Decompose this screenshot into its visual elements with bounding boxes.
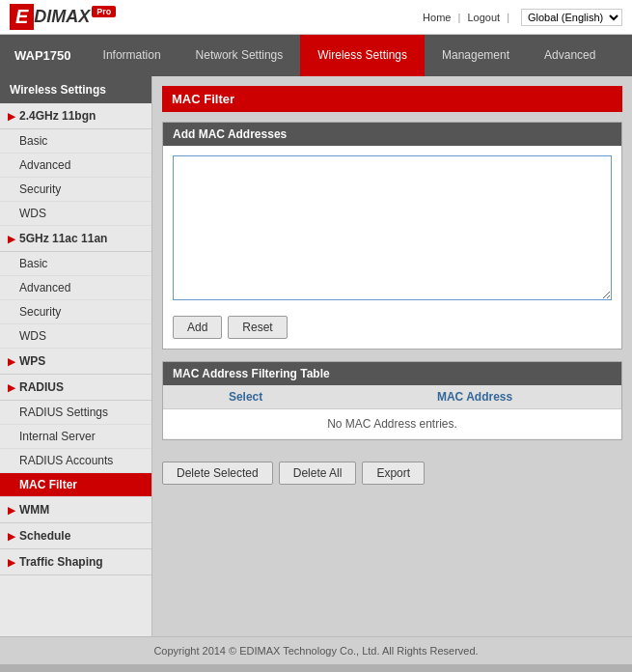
- sidebar-group-traffic-shaping[interactable]: ▶ Traffic Shaping: [0, 549, 151, 575]
- sidebar-group-wmm[interactable]: ▶ WMM: [0, 497, 151, 523]
- add-mac-section: Add MAC Addresses Add Reset: [162, 122, 622, 350]
- sidebar-item-2ghz-basic[interactable]: Basic: [0, 129, 151, 154]
- table-empty-row: No MAC Address entries.: [163, 409, 621, 439]
- delete-all-button[interactable]: Delete All: [279, 462, 357, 485]
- textarea-wrapper: [163, 146, 621, 310]
- sidebar-item-5ghz-basic[interactable]: Basic: [0, 252, 151, 276]
- sidebar-item-radius-settings[interactable]: RADIUS Settings: [0, 401, 151, 425]
- logo: E DIMAX Pro: [10, 4, 116, 30]
- sidebar-group-wps-label: WPS: [19, 354, 45, 368]
- sidebar-group-radius-label: RADIUS: [19, 380, 64, 394]
- sidebar-group-schedule[interactable]: ▶ Schedule: [0, 523, 151, 549]
- arrow-icon-wmm: ▶: [8, 505, 15, 516]
- sidebar-group-wps[interactable]: ▶ WPS: [0, 349, 151, 375]
- logout-link[interactable]: Logout: [467, 12, 500, 23]
- sidebar-item-2ghz-advanced[interactable]: Advanced: [0, 154, 151, 178]
- col-mac-address: MAC Address: [328, 385, 621, 409]
- home-link[interactable]: Home: [423, 12, 451, 23]
- footer: Copyright 2014 © EDIMAX Technology Co., …: [0, 636, 632, 664]
- delete-selected-button[interactable]: Delete Selected: [162, 462, 273, 485]
- main-layout: Wireless Settings ▶ 2.4GHz 11bgn Basic A…: [0, 76, 632, 636]
- divider2: |: [507, 12, 509, 23]
- sidebar-group-wmm-label: WMM: [19, 503, 49, 517]
- nav-management[interactable]: Management: [425, 35, 527, 76]
- footer-text: Copyright 2014 © EDIMAX Technology Co., …: [153, 645, 478, 657]
- arrow-icon-traffic: ▶: [8, 557, 15, 568]
- reset-button[interactable]: Reset: [228, 316, 287, 339]
- sidebar-group-radius[interactable]: ▶ RADIUS: [0, 375, 151, 401]
- sidebar-group-5ghz[interactable]: ▶ 5GHz 11ac 11an: [0, 226, 151, 252]
- add-mac-btn-row: Add Reset: [163, 310, 621, 349]
- logo-e-icon: E: [10, 4, 34, 30]
- export-button[interactable]: Export: [362, 462, 425, 485]
- page-title: MAC Filter: [162, 86, 622, 112]
- content-area: MAC Filter Add MAC Addresses Add Reset M…: [152, 76, 632, 636]
- table-header-row: Select MAC Address: [163, 385, 621, 409]
- divider1: |: [458, 12, 461, 23]
- sidebar-item-internal-server[interactable]: Internal Server: [0, 425, 151, 449]
- sidebar: Wireless Settings ▶ 2.4GHz 11bgn Basic A…: [0, 76, 152, 636]
- sidebar-item-5ghz-security[interactable]: Security: [0, 300, 151, 324]
- sidebar-title: Wireless Settings: [0, 76, 151, 103]
- sidebar-item-radius-accounts[interactable]: RADIUS Accounts: [0, 449, 151, 473]
- top-bar: E DIMAX Pro Home | Logout | Global (Engl…: [0, 0, 632, 35]
- mac-filter-table-header: MAC Address Filtering Table: [163, 362, 621, 385]
- arrow-icon-schedule: ▶: [8, 531, 15, 542]
- sidebar-group-schedule-label: Schedule: [19, 529, 70, 543]
- nav-information[interactable]: Information: [86, 35, 179, 76]
- language-select[interactable]: Global (English): [521, 9, 622, 26]
- sidebar-item-mac-filter[interactable]: MAC Filter: [0, 473, 151, 497]
- nav-items: Information Network Settings Wireless Se…: [86, 35, 614, 76]
- top-right: Home | Logout | Global (English): [423, 9, 622, 26]
- nav-wireless-settings[interactable]: Wireless Settings: [300, 35, 425, 76]
- sidebar-group-5ghz-label: 5GHz 11ac 11an: [19, 232, 107, 245]
- nav-advanced[interactable]: Advanced: [527, 35, 613, 76]
- arrow-icon-radius: ▶: [8, 382, 15, 393]
- top-links: Home | Logout |: [423, 12, 513, 23]
- sidebar-item-2ghz-security[interactable]: Security: [0, 178, 151, 202]
- sidebar-item-5ghz-advanced[interactable]: Advanced: [0, 276, 151, 300]
- action-row: Delete Selected Delete All Export: [162, 452, 622, 485]
- device-name: WAP1750: [10, 35, 86, 76]
- mac-textarea[interactable]: [173, 155, 612, 300]
- mac-filter-table: Select MAC Address No MAC Address entrie…: [163, 385, 621, 439]
- add-button[interactable]: Add: [173, 316, 222, 339]
- logo-pro-badge: Pro: [92, 6, 116, 17]
- sidebar-item-5ghz-wds[interactable]: WDS: [0, 324, 151, 349]
- mac-filter-table-section: MAC Address Filtering Table Select MAC A…: [162, 361, 622, 440]
- arrow-icon: ▶: [8, 111, 15, 122]
- nav-bar: WAP1750 Information Network Settings Wir…: [0, 35, 632, 76]
- logo-dimax: DIMAX: [34, 7, 90, 27]
- sidebar-group-2ghz-label: 2.4GHz 11bgn: [19, 109, 96, 123]
- nav-network-settings[interactable]: Network Settings: [179, 35, 301, 76]
- empty-message: No MAC Address entries.: [163, 409, 621, 439]
- sidebar-group-2ghz[interactable]: ▶ 2.4GHz 11bgn: [0, 103, 151, 129]
- arrow-icon-5ghz: ▶: [8, 234, 15, 244]
- add-mac-header: Add MAC Addresses: [163, 123, 621, 146]
- sidebar-group-traffic-label: Traffic Shaping: [19, 555, 103, 569]
- col-select: Select: [163, 385, 328, 409]
- sidebar-item-2ghz-wds[interactable]: WDS: [0, 202, 151, 226]
- arrow-icon-wps: ▶: [8, 356, 15, 367]
